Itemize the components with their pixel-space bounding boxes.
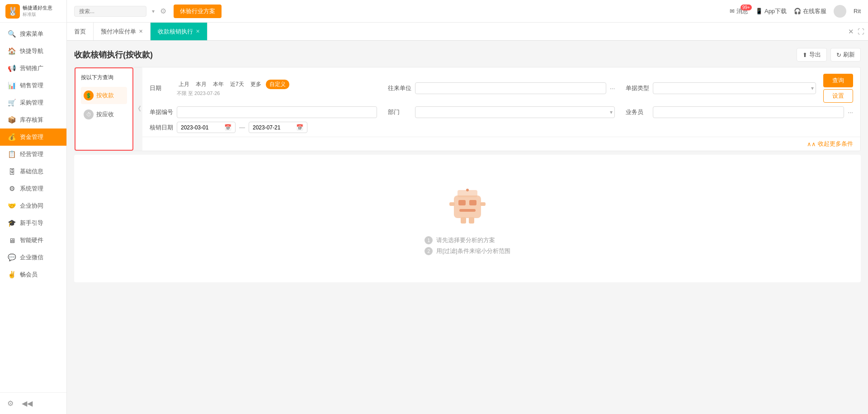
partner-dots-button[interactable]: ··· <box>610 85 615 92</box>
calendar-end-icon[interactable]: 📅 <box>296 124 303 131</box>
date-btn-custom[interactable]: 自定义 <box>266 80 289 89</box>
dept-field: 部门 ▾ <box>388 106 615 118</box>
date-hint: 不限 至 2023-07-26 <box>177 90 377 97</box>
sidebar-gear-button[interactable]: ⚙ <box>5 397 15 409</box>
cancel-date-end-input[interactable] <box>253 124 293 131</box>
date-btn-this-year[interactable]: 本年 <box>211 80 226 89</box>
online-service-link[interactable]: 🎧 在线客服 <box>794 7 826 15</box>
date-field: 日期 上月 本月 本年 近7天 更多 自定义 不限 至 2023-07-26 <box>150 74 377 103</box>
home-icon: 🏠 <box>7 47 16 55</box>
sidebar-item-system[interactable]: ⚙ 系统管理 <box>0 180 66 197</box>
fullscreen-button[interactable]: ⛶ <box>858 28 864 35</box>
sidebar-item-wechat[interactable]: 💬 企业微信 <box>0 249 66 266</box>
sidebar: 🐰 畅捷通好生意 标准版 🔍 搜索菜单 🏠 快捷导航 📢 营销推广 📊 销售管理… <box>0 0 67 414</box>
partner-input[interactable] <box>415 82 606 94</box>
sidebar-item-purchase[interactable]: 🛒 采购管理 <box>0 94 66 111</box>
receivable-icon: ⏱ <box>84 109 94 119</box>
staff-dots-button[interactable]: ··· <box>848 109 853 116</box>
menu-label: 快捷导航 <box>20 47 43 55</box>
tab-receipt-cancel[interactable]: 收款核销执行 ✕ <box>151 23 208 40</box>
svg-rect-0 <box>454 195 481 218</box>
inventory-icon: 📦 <box>7 116 16 124</box>
close-tab-button[interactable]: ✕ <box>848 28 854 36</box>
export-icon: ⬆ <box>802 52 807 58</box>
filter-option-by-receipt[interactable]: 💲 按收款 <box>81 87 127 104</box>
dept-label: 部门 <box>388 108 411 116</box>
page-actions: ⬆ 导出 ↻ 刷新 <box>797 48 861 62</box>
date-btn-this-month[interactable]: 本月 <box>194 80 208 89</box>
date-range-dash: — <box>239 124 245 131</box>
menu-label: 资金管理 <box>20 133 43 141</box>
user-avatar[interactable] <box>834 5 846 18</box>
search-icon: 🔍 <box>7 30 16 38</box>
filter-option-label: 按应收 <box>96 110 114 119</box>
tab-prepay-reconcile[interactable]: 预付冲应付单 ✕ <box>94 23 151 40</box>
filter-sidebar-collapse-button[interactable]: 《 <box>133 67 142 151</box>
menu-label: 库存核算 <box>20 116 43 124</box>
menu-label: 采购管理 <box>20 99 43 107</box>
sidebar-item-member[interactable]: ✌ 畅会员 <box>0 266 66 283</box>
sidebar-bottom: ⚙ ◀◀ <box>0 392 66 414</box>
search-button[interactable]: 查询 <box>823 74 853 87</box>
menu-label: 智能硬件 <box>20 236 43 244</box>
dept-select[interactable] <box>415 107 610 118</box>
cooperation-icon: 🤝 <box>7 202 16 210</box>
svg-rect-5 <box>480 202 486 206</box>
business-icon: 📋 <box>7 150 16 158</box>
sales-icon: 📊 <box>7 81 16 90</box>
filter-option-by-receivable[interactable]: ⏱ 按应收 <box>81 106 127 123</box>
export-button[interactable]: ⬆ 导出 <box>797 48 827 62</box>
collapse-label: 收起更多条件 <box>818 140 853 148</box>
sidebar-item-finance[interactable]: 💰 资金管理 <box>0 128 66 146</box>
sidebar-item-base-info[interactable]: 🗄 基础信息 <box>0 163 66 180</box>
tab-home[interactable]: 首页 <box>67 23 94 40</box>
refresh-button[interactable]: ↻ 刷新 <box>830 48 861 62</box>
menu-label: 搜索菜单 <box>20 30 43 38</box>
tab-home-label: 首页 <box>74 28 86 36</box>
date-btn-more[interactable]: 更多 <box>249 80 263 89</box>
setting-button[interactable]: 设置 <box>823 89 853 103</box>
sidebar-item-sales[interactable]: 📊 销售管理 <box>0 77 66 94</box>
topbar-search-input[interactable] <box>74 6 146 17</box>
close-icon[interactable]: ✕ <box>196 29 200 34</box>
chevron-down-icon[interactable]: ▾ <box>152 8 155 14</box>
sidebar-item-marketing[interactable]: 📢 营销推广 <box>0 60 66 77</box>
sidebar-item-business[interactable]: 📋 经营管理 <box>0 146 66 163</box>
cancel-date-start-input[interactable] <box>181 124 222 131</box>
tip-text-2: 用[过滤]条件来缩小分析范围 <box>436 247 510 255</box>
staff-input[interactable] <box>653 106 844 118</box>
sidebar-collapse-button[interactable]: ◀◀ <box>20 397 34 409</box>
wechat-icon: 💬 <box>7 253 16 262</box>
purchase-icon: 🛒 <box>7 99 16 107</box>
logo-icon: 🐰 <box>5 4 20 19</box>
sidebar-item-quick-nav[interactable]: 🏠 快捷导航 <box>0 43 66 60</box>
sidebar-item-inventory[interactable]: 📦 库存核算 <box>0 111 66 128</box>
doc-type-select[interactable] <box>653 83 811 94</box>
calendar-start-icon[interactable]: 📅 <box>224 124 231 131</box>
headset-icon: 🎧 <box>794 8 801 14</box>
topbar-gear-icon[interactable]: ⚙ <box>160 7 166 15</box>
partner-label: 往来单位 <box>388 84 411 92</box>
collapse-more-button[interactable]: ∧∧ 收起更多条件 <box>142 137 860 151</box>
filter-type-selector: 按以下方查询 💲 按收款 ⏱ 按应收 <box>75 67 133 151</box>
guide-icon: 🎓 <box>7 219 16 227</box>
logo-area: 🐰 畅捷通好生意 标准版 <box>0 0 66 23</box>
sidebar-item-search[interactable]: 🔍 搜索菜单 <box>0 25 66 43</box>
industry-solution-button[interactable]: 休验行业方案 <box>174 5 222 18</box>
date-btn-7days[interactable]: 近7天 <box>228 80 246 89</box>
menu-label: 基础信息 <box>20 167 43 176</box>
main-area: ▾ ⚙ 休验行业方案 ✉ 消息 99+ 📱 App下载 🎧 在线客服 Rit 首… <box>67 0 868 414</box>
app-download-link[interactable]: 📱 App下载 <box>755 7 787 15</box>
message-badge[interactable]: ✉ 消息 99+ <box>730 7 748 15</box>
date-btn-last-month[interactable]: 上月 <box>177 80 191 89</box>
marketing-icon: 📢 <box>7 64 16 72</box>
menu-label: 企业微信 <box>20 253 43 262</box>
cancel-date-row: 核销日期 📅 — 📅 <box>142 122 860 137</box>
sidebar-item-cooperation[interactable]: 🤝 企业协同 <box>0 197 66 214</box>
page-title: 收款核销执行(按收款) <box>74 49 153 60</box>
sidebar-item-hardware[interactable]: 🖥 智能硬件 <box>0 232 66 249</box>
doc-no-input[interactable] <box>177 106 377 118</box>
page-header: 收款核销执行(按收款) ⬆ 导出 ↻ 刷新 <box>74 48 861 62</box>
sidebar-item-guide[interactable]: 🎓 新手引导 <box>0 214 66 232</box>
close-icon[interactable]: ✕ <box>139 29 143 34</box>
